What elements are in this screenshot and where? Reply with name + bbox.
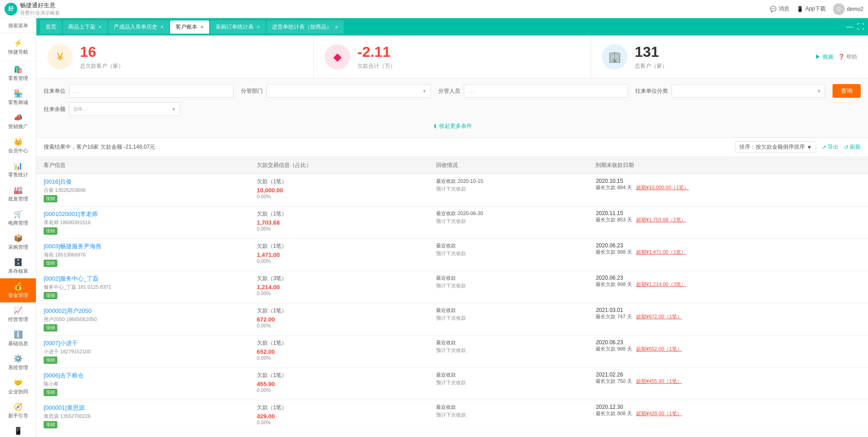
sidebar-item-member[interactable]: 👑 会员中心 bbox=[0, 134, 36, 158]
overdue-amount-link-2[interactable]: 超期¥1,471.00（1笔） bbox=[636, 249, 686, 255]
sidebar-item-operations[interactable]: 📈 经营管理 bbox=[0, 302, 36, 326]
customer-name-link-6[interactable]: [0006]去下粮仓 bbox=[44, 372, 84, 379]
customer-tag-5: 现销 bbox=[44, 357, 57, 364]
tab-inbound-stats-label: 进货单统计表（按商品） bbox=[272, 23, 332, 31]
sidebar-item-retail-stats[interactable]: 📊 零售统计 bbox=[0, 158, 36, 182]
cell-debt-4: 欠款（1笔） 672.00 0.00% bbox=[250, 303, 429, 336]
sidebar-item-guide[interactable]: 🧭 新手引导 bbox=[0, 399, 36, 423]
customer-name-link-4[interactable]: [000002]用户2050 bbox=[44, 307, 92, 314]
debt-amount-5: 652.00 bbox=[257, 348, 421, 355]
view-video-btn[interactable]: ▶ 视频 bbox=[815, 53, 833, 61]
export-button[interactable]: ↗ 导出 bbox=[822, 143, 838, 151]
due-date-1: 2020.11.15 bbox=[596, 210, 861, 216]
cell-recovery-7: 最近收款 预计下次收款 bbox=[429, 400, 588, 432]
message-button[interactable]: 💬 消息 bbox=[770, 5, 789, 13]
view-video-label: 视频 bbox=[823, 54, 833, 60]
customer-phone-1: 李老师 18600391516 bbox=[44, 219, 242, 226]
tab-products-close[interactable]: ✕ bbox=[98, 25, 102, 30]
refresh-button[interactable]: ↺ 刷新 bbox=[844, 143, 861, 151]
stat-card-right-actions: ▶ 视频 ❓ 帮助 bbox=[815, 53, 857, 61]
user-profile[interactable]: D demo2 bbox=[833, 3, 863, 15]
debt-amount-7: 429.00 bbox=[257, 413, 421, 420]
customer-name-link-0[interactable]: [0016]吕俊 bbox=[44, 178, 72, 185]
sidebar-item-wholesale[interactable]: 🏭 批发管理 bbox=[0, 182, 36, 206]
tab-inbound-stats[interactable]: 进货单统计表（按商品） ✕ bbox=[266, 20, 344, 34]
content-area: ¥ 16 总欠款客户（家） ◆ -2.11 欠款合计（万） bbox=[36, 35, 868, 437]
sidebar-item-inventory[interactable]: 🗄️ 库存核算 bbox=[0, 254, 36, 278]
sidebar-item-enterprise[interactable]: 🤝 企业协同 bbox=[0, 375, 36, 399]
customer-tag-2: 现销 bbox=[44, 260, 57, 267]
manager-input[interactable]: ... bbox=[464, 84, 628, 98]
from-unit-input[interactable]: ... bbox=[69, 84, 234, 98]
debt-amount-3: 1,214.00 bbox=[257, 284, 421, 291]
overdue-amount-link-1[interactable]: 超期¥1,703.68（1笔） bbox=[636, 217, 686, 222]
sort-select[interactable]: 排序：按欠款金额倒序排序 ▼ bbox=[735, 141, 816, 153]
overdue-amount-link-5[interactable]: 超期¥652.00（1笔） bbox=[636, 346, 682, 352]
table-row: [000001]黄思源 黄思源 13552700226 现销 欠款（1笔） 42… bbox=[36, 400, 868, 432]
sidebar-item-marketing[interactable]: 📣 营销推广 bbox=[0, 110, 36, 134]
debt-amount-6: 455.90 bbox=[257, 381, 421, 387]
export-icon: ↗ bbox=[822, 144, 826, 151]
sidebar-item-label-wholesale: 批发管理 bbox=[8, 196, 28, 202]
customer-name-link-1[interactable]: [0001020001]李老师 bbox=[44, 211, 98, 217]
sidebar-item-retail-manage[interactable]: 🛍️ 零售管理 bbox=[0, 61, 36, 85]
tab-warehouse-close[interactable]: ✕ bbox=[160, 25, 164, 30]
tab-inbound-stats-close[interactable]: ✕ bbox=[335, 25, 338, 30]
stat-icon-yuan: ¥ bbox=[47, 44, 73, 70]
sidebar-item-basic-info[interactable]: ℹ️ 基础信息 bbox=[0, 326, 36, 351]
sidebar-search[interactable]: 搜索菜单 bbox=[0, 18, 36, 33]
customer-name-link-7[interactable]: [000001]黄思源 bbox=[44, 404, 85, 411]
balance-select[interactable]: 选择... ▼ bbox=[69, 102, 180, 116]
sidebar-search-label[interactable]: 搜索菜单 bbox=[8, 23, 28, 28]
cell-due-date-1: 2020.11.15 最长欠款 853 天 超期¥1,703.68（1笔） bbox=[588, 206, 868, 239]
tab-maximize-icon[interactable]: ⛶ bbox=[857, 23, 864, 31]
sidebar-item-finance[interactable]: 💰 资金管理 bbox=[0, 278, 36, 302]
sidebar-item-label-system: 系统管理 bbox=[8, 364, 28, 371]
tab-purchase-stats-close[interactable]: ✕ bbox=[256, 25, 260, 30]
sidebar-item-retail-mall[interactable]: 🏪 零售商城 bbox=[0, 85, 36, 110]
cell-customer-4: [000002]用户2050 用户2050 18665062050 现销 bbox=[36, 303, 250, 336]
overdue-amount-link-3[interactable]: 超期¥1,214.00（3笔） bbox=[636, 281, 686, 287]
sidebar-item-purchase[interactable]: 📦 采购管理 bbox=[0, 230, 36, 254]
due-date-3: 2020.06.23 bbox=[596, 275, 861, 281]
overdue-amount-link-4[interactable]: 超期¥672.00（1笔） bbox=[636, 314, 682, 319]
app-download-button[interactable]: 📱 App下载 bbox=[797, 5, 826, 13]
overdue-amount-link-7[interactable]: 超期¥429.00（1笔） bbox=[636, 411, 682, 416]
tab-customer-account[interactable]: 客户账本 ✕ bbox=[170, 20, 209, 34]
cell-customer-5: [0007]小进干 小进干 18279152100 现销 bbox=[36, 336, 250, 368]
ecommerce-icon: 🛒 bbox=[14, 210, 23, 218]
sidebar-item-ecommerce[interactable]: 🛒 电商管理 bbox=[0, 206, 36, 230]
tab-minimize-icon[interactable]: — bbox=[846, 23, 853, 31]
debt-percent-3: 0.00% bbox=[257, 291, 421, 296]
sort-label: 排序：按欠款金额倒序排序 bbox=[739, 143, 805, 151]
export-label: 导出 bbox=[828, 143, 838, 151]
enterprise-icon: 🤝 bbox=[14, 378, 23, 387]
tab-purchase-stats[interactable]: 采购订单统计表 ✕ bbox=[210, 20, 266, 34]
debt-count-6: 欠款（1笔） bbox=[257, 372, 421, 379]
sidebar-item-system[interactable]: ⚙️ 系统管理 bbox=[0, 351, 36, 375]
quick-nav-icon: ⚡ bbox=[14, 39, 23, 47]
overdue-amount-link-0[interactable]: 超期¥10,000.00（1笔） bbox=[636, 185, 689, 190]
help-btn[interactable]: ❓ 帮助 bbox=[838, 53, 857, 61]
customer-name-link-2[interactable]: [0003]畅捷服务尹海燕 bbox=[44, 243, 101, 250]
cell-recovery-6: 最近收款 预计下次收款 bbox=[429, 368, 588, 400]
customer-name-link-5[interactable]: [0007]小进干 bbox=[44, 340, 78, 347]
sidebar-item-quick-nav[interactable]: ⚡ 快捷导航 bbox=[0, 35, 36, 59]
query-button[interactable]: 查询 bbox=[833, 84, 861, 98]
tab-customer-account-close[interactable]: ✕ bbox=[200, 25, 204, 30]
unit-type-select[interactable]: ▼ bbox=[672, 84, 825, 98]
debt-count-0: 欠款（1笔） bbox=[257, 178, 421, 186]
cell-debt-5: 欠款（1笔） 652.00 0.00% bbox=[250, 336, 429, 368]
overdue-amount-link-6[interactable]: 超期¥455.90（1笔） bbox=[636, 378, 682, 384]
collapse-button[interactable]: ⬆ 收起更多条件 bbox=[44, 121, 861, 132]
customer-tag-3: 现销 bbox=[44, 292, 57, 299]
customer-name-link-3[interactable]: [0002]服务中心_丁磊 bbox=[44, 275, 99, 282]
tab-products[interactable]: 商品上下架 ✕ bbox=[63, 20, 107, 34]
dept-select[interactable]: ▼ bbox=[266, 84, 431, 98]
dept-arrow: ▼ bbox=[422, 89, 427, 94]
sidebar-item-label-stats: 零售统计 bbox=[8, 171, 28, 178]
cell-customer-0: [0016]吕俊 吕俊 13026203696 现销 bbox=[36, 174, 250, 206]
tab-home[interactable]: 首页 bbox=[40, 20, 62, 34]
sidebar-item-app-center[interactable]: 📱 应用中心 bbox=[0, 423, 36, 437]
tab-warehouse[interactable]: 产成品入库单历史 ✕ bbox=[108, 20, 169, 34]
